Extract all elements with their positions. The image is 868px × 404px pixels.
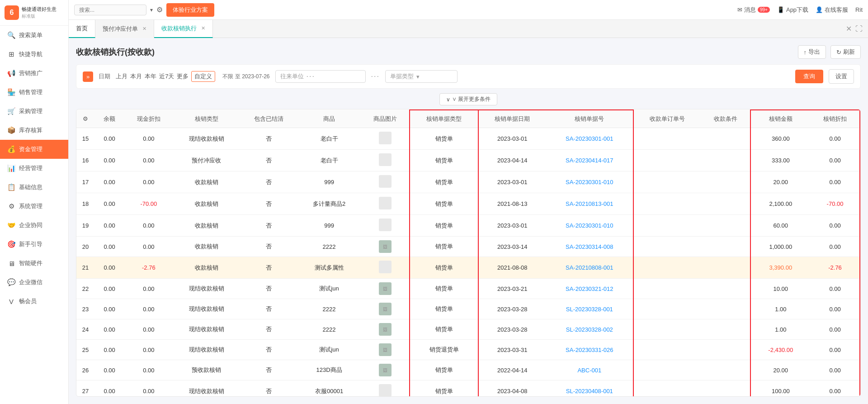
cell-bill_date: 2023-04-14 — [478, 150, 546, 171]
cell-bill_type: 销货单 — [410, 193, 478, 215]
sidebar-item-12[interactable]: 🖥智能硬件 — [0, 254, 68, 273]
tab-close-all-icon[interactable]: ✕ — [846, 24, 852, 33]
date-option-7days[interactable]: 近7天 — [159, 72, 174, 81]
unit-placeholder: 往来单位 — [280, 72, 304, 81]
cell-amount: 100.00 — [750, 380, 811, 397]
cell-bill_no: SL-20230328-001 — [546, 299, 633, 319]
table-row: 230.000.00现结收款核销否2222🖼销货单2023-03-28SL-20… — [76, 299, 860, 319]
cell-include_settled: 否 — [240, 150, 298, 171]
sidebar-item-6[interactable]: 💰资金管理 — [0, 140, 68, 159]
gear-icon[interactable]: ⚙ — [156, 5, 163, 14]
sidebar-item-3[interactable]: 🏪销售管理 — [0, 83, 68, 102]
bill-no-link[interactable]: SA-20210813-001 — [566, 200, 613, 207]
cell-discount: 0.00 — [811, 380, 860, 397]
bill-no-link[interactable]: SL-20230328-002 — [566, 326, 613, 333]
bill-no-link[interactable]: SA-20230321-012 — [566, 285, 613, 292]
bill-no-link[interactable]: SA-20230414-017 — [566, 157, 613, 164]
cell-cash_discount: 0.00 — [124, 340, 173, 360]
bill-no-link[interactable]: SA-20230331-026 — [566, 347, 613, 353]
bill-no-link[interactable]: SA-20230301-010 — [566, 222, 613, 229]
bill-no-link[interactable]: SA-20210808-001 — [566, 264, 613, 271]
col-header-goods_img: 商品图片 — [361, 110, 410, 128]
expand-conditions-button[interactable]: ∨ ∨ 展开更多条件 — [439, 93, 497, 105]
tab-prepay-close[interactable]: ✕ — [142, 26, 146, 32]
message-label: 消息 — [744, 6, 756, 14]
sidebar-item-0[interactable]: 🔍搜索菜单 — [0, 26, 68, 45]
bill-no-link[interactable]: SL-20230328-001 — [566, 306, 613, 313]
export-button[interactable]: ↑ 导出 — [798, 45, 826, 59]
sidebar-item-1[interactable]: ⊞快捷导航 — [0, 45, 68, 64]
message-btn[interactable]: ✉ 消息 99+ — [737, 6, 770, 14]
sidebar-item-2[interactable]: 📢营销推广 — [0, 64, 68, 83]
cell-balance: 0.00 — [94, 279, 124, 299]
cell-type: 收款核销 — [173, 237, 240, 257]
cell-settings: 16 — [76, 150, 94, 171]
cell-bill_no: SA-20210813-001 — [546, 193, 633, 215]
refresh-button[interactable]: ↻ 刷新 — [830, 45, 861, 59]
date-label: 日期 — [99, 72, 110, 81]
sidebar-icon-1: ⊞ — [7, 50, 15, 58]
cell-cash_discount: 0.00 — [124, 237, 173, 257]
cell-settings: 21 — [76, 257, 94, 279]
table-row: 150.000.00现结收款核销否老白干销货单2023-03-01SA-2023… — [76, 128, 860, 150]
data-table-wrapper[interactable]: ⚙余额现金折扣核销类型包含已结清商品商品图片核销单据类型核销单据日期核销单据号收… — [76, 109, 861, 397]
bill-no-link[interactable]: SA-20230314-008 — [566, 243, 613, 250]
bill-no-link[interactable]: SA-20230301-010 — [566, 179, 613, 185]
cell-goods: 2222 — [297, 319, 360, 340]
search-input[interactable] — [74, 5, 146, 15]
page-header: 收款核销执行(按收款) ↑ 导出 ↻ 刷新 — [76, 45, 861, 59]
tab-receipt-label: 收款核销执行 — [161, 24, 197, 33]
type-arrow: ▾ — [416, 73, 420, 80]
date-custom-button[interactable]: 自定义 — [191, 71, 215, 82]
query-button[interactable]: 查询 — [795, 70, 823, 83]
sidebar-item-14[interactable]: V畅会员 — [0, 292, 68, 311]
bill-no-link[interactable]: SA-20230301-001 — [566, 135, 613, 142]
date-option-more[interactable]: 更多 — [177, 72, 189, 81]
cell-cash_discount: 0.00 — [124, 171, 173, 193]
col-header-receipt_order: 收款单订单号 — [633, 110, 701, 128]
cell-receipt_order — [633, 340, 701, 360]
online-service-btn[interactable]: 👤 在线客服 — [816, 6, 848, 14]
sidebar-item-8[interactable]: 📋基础信息 — [0, 178, 68, 197]
cell-bill_no: SA-20230301-010 — [546, 171, 633, 193]
tab-expand-icon[interactable]: ⛶ — [855, 25, 863, 33]
tab-home[interactable]: 首页 — [69, 20, 95, 38]
solution-button[interactable]: 体验行业方案 — [166, 3, 214, 17]
cell-balance: 0.00 — [94, 257, 124, 279]
bill-no-link[interactable]: ABC-001 — [577, 367, 601, 374]
page-title: 收款核销执行(按收款) — [76, 47, 155, 57]
sidebar-item-9[interactable]: ⚙系统管理 — [0, 197, 68, 216]
app-download-btn[interactable]: 📱 App下载 — [777, 6, 808, 14]
cell-include_settled: 否 — [240, 257, 298, 279]
cell-goods_img — [361, 257, 410, 279]
tab-home-label: 首页 — [76, 24, 88, 33]
sidebar-item-11[interactable]: 🎯新手引导 — [0, 235, 68, 254]
sidebar-label-10: 企业协同 — [19, 221, 42, 229]
type-filter[interactable]: 单据类型 ▾ — [385, 70, 458, 83]
bill-no-link[interactable]: SL-20230408-001 — [566, 388, 613, 394]
sidebar-item-13[interactable]: 💬企业微信 — [0, 273, 68, 292]
sidebar-item-10[interactable]: 🤝企业协同 — [0, 216, 68, 235]
cell-goods: 测试jun — [297, 340, 360, 360]
date-option-this-year[interactable]: 本年 — [145, 72, 156, 81]
cell-goods: 测试jun — [297, 279, 360, 299]
sidebar-item-4[interactable]: 🛒采购管理 — [0, 102, 68, 121]
sidebar-item-5[interactable]: 📦库存核算 — [0, 121, 68, 140]
cell-receipt_condition — [701, 215, 750, 237]
filter-expand-button[interactable]: » — [83, 71, 93, 82]
sidebar-icon-13: 💬 — [7, 278, 15, 286]
user-name[interactable]: Rit — [855, 6, 863, 13]
date-option-last-month[interactable]: 上月 — [116, 72, 127, 81]
cell-amount: -2,430.00 — [750, 340, 811, 360]
cell-receipt_condition — [701, 257, 750, 279]
unit-filter[interactable]: 往来单位 ··· — [275, 70, 366, 83]
sidebar-item-7[interactable]: 📊经营管理 — [0, 159, 68, 178]
dropdown-arrow[interactable]: ▾ — [150, 7, 153, 13]
tab-prepay[interactable]: 预付冲应付单 ✕ — [95, 20, 154, 38]
cell-settings: 17 — [76, 171, 94, 193]
date-option-this-month[interactable]: 本月 — [130, 72, 142, 81]
sidebar-icon-11: 🎯 — [7, 240, 15, 248]
setting-button[interactable]: 设置 — [829, 69, 854, 84]
tab-receipt[interactable]: 收款核销执行 ✕ — [154, 20, 213, 38]
tab-receipt-close[interactable]: ✕ — [201, 25, 205, 31]
